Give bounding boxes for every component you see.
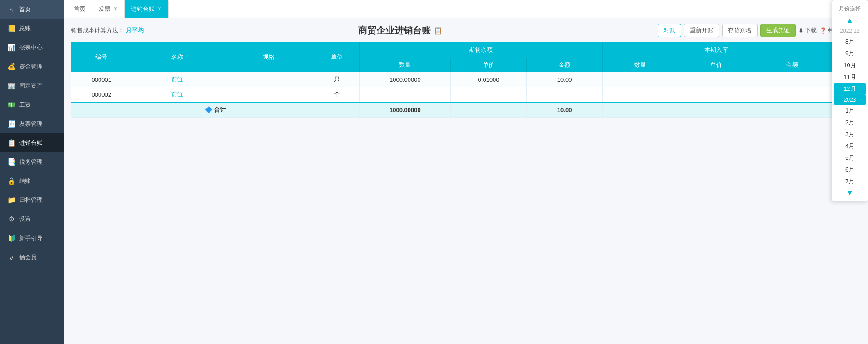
content-area: 销售成本计算方法： 月平均 商贸企业进销台账 📋 对账 重新开账 存货别名 生成…	[64, 18, 868, 344]
sidebar-item-tax[interactable]: 📑税务管理	[0, 152, 64, 172]
sidebar: ⌂首页📒总账📊报表中心💰资金管理🏢固定资产💵工资🧾发票管理📋进销台账📑税务管理🔒…	[0, 0, 64, 344]
tab-close-invoice-tab[interactable]: ✕	[113, 6, 118, 12]
reopen-button[interactable]: 重新开账	[684, 24, 719, 37]
sidebar-item-invoice-mgmt[interactable]: 🧾发票管理	[0, 114, 64, 133]
sidebar-item-ledger[interactable]: 📒总账	[0, 19, 64, 38]
cell-in-amount	[754, 72, 830, 87]
month-item-8月[interactable]: 8月	[832, 36, 868, 48]
tab-close-jinxiao-tab[interactable]: ✕	[157, 6, 162, 12]
sidebar-item-settings[interactable]: ⚙设置	[0, 210, 64, 229]
sidebar-label-invoice-mgmt: 发票管理	[19, 120, 43, 128]
report-icon: 📊	[7, 44, 15, 52]
cell-opening-amount: 10.00	[527, 72, 603, 87]
month-item-11月[interactable]: 11月	[832, 71, 868, 83]
page-title: 商贸企业进销台账 📋	[144, 25, 658, 37]
sidebar-item-asset[interactable]: 🏢固定资产	[0, 76, 64, 95]
cell-opening-price	[451, 87, 527, 103]
sidebar-label-close: 结账	[19, 177, 31, 185]
sidebar-label-ledger: 总账	[19, 25, 31, 33]
month-panel: 月份选择 ▲ 2022.12 8月9月10月11月 12月 2023 1月2月3…	[832, 0, 868, 201]
cell-in-price	[678, 72, 754, 87]
month-down-nav[interactable]: ▼	[832, 187, 868, 198]
sidebar-label-home: 首页	[19, 5, 31, 14]
sidebar-label-fund: 资金管理	[19, 63, 43, 71]
home-icon: ⌂	[7, 6, 15, 14]
tab-label-home-tab: 首页	[74, 5, 85, 13]
total-in-price	[678, 102, 754, 118]
sub-opening-amount: 金额	[527, 58, 603, 72]
total-in-qty	[603, 102, 678, 118]
sidebar-item-report[interactable]: 📊报表中心	[0, 38, 64, 57]
download-button[interactable]: ⬇ 下载	[798, 26, 817, 34]
sidebar-label-vip: 畅会员	[19, 253, 37, 261]
duizhang-button[interactable]: 对账	[658, 24, 681, 37]
tab-bar: 首页发票✕进销台账✕ ✕ ⛶	[64, 0, 868, 18]
year-2022-item[interactable]: 2022.12	[832, 26, 868, 36]
tab-invoice-tab[interactable]: 发票✕	[92, 0, 125, 18]
cell-in-price	[678, 87, 754, 103]
col-header-name: 名称	[132, 42, 223, 72]
cost-method-label: 销售成本计算方法： 月平均	[71, 26, 144, 34]
sub-opening-qty: 数量	[359, 58, 450, 72]
total-label: 🔷合计	[71, 102, 360, 118]
sub-in-qty: 数量	[603, 58, 678, 72]
sidebar-item-close[interactable]: 🔒结账	[0, 172, 64, 191]
guide-icon: 🔰	[7, 234, 15, 242]
cell-opening-qty: 1000.00000	[359, 72, 450, 87]
sidebar-item-guide[interactable]: 🔰新手引导	[0, 229, 64, 248]
sidebar-item-jinxiao[interactable]: 📋进销台账	[0, 133, 64, 152]
cell-in-qty	[603, 87, 678, 103]
sidebar-item-fund[interactable]: 💰资金管理	[0, 57, 64, 76]
month-item-1月[interactable]: 1月	[832, 105, 868, 117]
month-item-5月[interactable]: 5月	[832, 152, 868, 164]
cell-unit: 只	[314, 72, 359, 87]
month-item-6月[interactable]: 6月	[832, 164, 868, 176]
year-badge-item: 2023	[834, 95, 866, 105]
cell-in-qty	[603, 72, 678, 87]
settings-icon: ⚙	[7, 215, 15, 223]
ledger-icon: 📒	[7, 25, 15, 33]
table-row: 000002 前缸 个	[71, 87, 861, 103]
main-area: 首页发票✕进销台账✕ ✕ ⛶ 销售成本计算方法： 月平均 商贸企业进销台账 📋 …	[64, 0, 868, 344]
sidebar-item-home[interactable]: ⌂首页	[0, 0, 64, 19]
month-up-nav[interactable]: ▲	[832, 15, 868, 26]
title-icon: 📋	[434, 26, 443, 35]
cell-unit: 个	[314, 87, 359, 103]
cell-code: 000002	[71, 87, 132, 103]
close-icon: 🔒	[7, 177, 15, 185]
sidebar-label-salary: 工资	[19, 101, 31, 109]
save-alias-button[interactable]: 存货别名	[722, 24, 758, 37]
jinxiao-icon: 📋	[7, 139, 15, 147]
data-table: 编号 名称 规格 单位 期初余额 本期入库 数 数量 单价 金额 数量 单价	[71, 42, 861, 118]
col-header-unit: 单位	[314, 42, 359, 72]
sidebar-item-archive[interactable]: 📁归档管理	[0, 191, 64, 210]
help-icon: ❓	[819, 27, 827, 34]
active-month-item[interactable]: 12月	[834, 83, 866, 95]
month-item-10月[interactable]: 10月	[832, 59, 868, 71]
fund-icon: 💰	[7, 63, 15, 71]
sidebar-item-salary[interactable]: 💵工资	[0, 95, 64, 114]
col-header-opening: 期初余额	[359, 42, 602, 58]
total-icon: 🔷	[205, 106, 212, 113]
month-item-2月[interactable]: 2月	[832, 117, 868, 128]
month-item-7月[interactable]: 7月	[832, 176, 868, 187]
tab-jinxiao-tab[interactable]: 进销台账✕	[125, 0, 169, 18]
months-after: 1月2月3月4月5月6月7月	[832, 105, 868, 187]
month-item-3月[interactable]: 3月	[832, 128, 868, 140]
sidebar-item-vip[interactable]: V畅会员	[0, 248, 64, 267]
table-header-top: 编号 名称 规格 单位 期初余额 本期入库 数	[71, 42, 861, 58]
action-buttons: 对账 重新开账 存货别名 生成凭证 ⬇ 下载 ❓ 帮助 ↻ 刷新	[658, 24, 861, 37]
cell-opening-qty	[359, 87, 450, 103]
cell-name[interactable]: 前缸	[132, 87, 223, 103]
tab-home-tab[interactable]: 首页	[67, 0, 92, 18]
cell-in-amount	[754, 87, 830, 103]
month-item-4月[interactable]: 4月	[832, 140, 868, 152]
month-item-9月[interactable]: 9月	[832, 48, 868, 59]
table-wrapper: 编号 名称 规格 单位 期初余额 本期入库 数 数量 单价 金额 数量 单价	[71, 42, 861, 118]
cell-name[interactable]: 前缸	[132, 72, 223, 87]
tax-icon: 📑	[7, 158, 15, 166]
total-row: 🔷合计 1000.00000 10.00	[71, 102, 861, 118]
table-row: 000001 前缸 只 1000.00000 0.01000 10.00	[71, 72, 861, 87]
generate-button[interactable]: 生成凭证	[760, 24, 796, 37]
sub-opening-price: 单价	[451, 58, 527, 72]
